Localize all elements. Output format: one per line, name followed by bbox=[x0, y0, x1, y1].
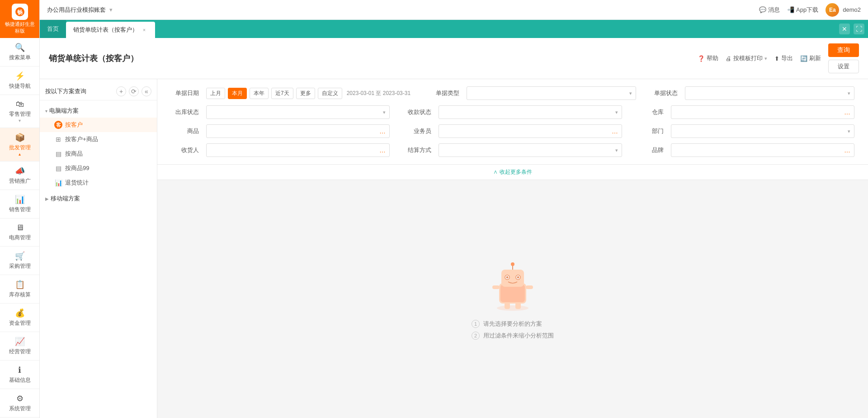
collapse-panel-btn[interactable]: « bbox=[142, 86, 151, 96]
salesperson-label: 业务员 bbox=[399, 127, 435, 135]
content-body: 按以下方案查询 + ⟳ « ▾ 电脑端方案 客 按客户 ⊞ bbox=[40, 79, 868, 418]
refresh-scheme-btn[interactable]: ⟳ bbox=[129, 86, 139, 96]
industry-dropdown-arrow[interactable]: ▾ bbox=[109, 6, 113, 13]
last-7-days-btn[interactable]: 近7天 bbox=[271, 88, 293, 99]
user-profile-btn[interactable]: Ea demo2 bbox=[826, 3, 861, 17]
brand-input[interactable]: … bbox=[671, 143, 854, 157]
tip-num-2: 2 bbox=[472, 332, 480, 340]
doc-type-select[interactable]: ▾ bbox=[467, 86, 636, 100]
by-goods-99-icon: ▤ bbox=[54, 164, 62, 172]
main-area: 办公用品行业模拟账套 ▾ 💬 消息 📲 App下载 Ea demo2 首页 销货… bbox=[40, 0, 868, 418]
receiver-input[interactable]: … bbox=[206, 143, 390, 157]
dept-arrow: ▾ bbox=[848, 128, 850, 134]
custom-btn[interactable]: 自定义 bbox=[318, 88, 342, 99]
tab-home[interactable]: 首页 bbox=[40, 20, 66, 38]
dept-label: 部门 bbox=[631, 127, 667, 135]
export-icon: ⬆ bbox=[774, 55, 779, 62]
desktop-group-header[interactable]: ▾ 电脑端方案 bbox=[40, 104, 157, 118]
tab-close-all-btn[interactable]: ✕ bbox=[839, 24, 850, 34]
dept-select[interactable]: ▾ bbox=[671, 124, 854, 138]
svg-rect-4 bbox=[500, 285, 525, 302]
by-customer-icon: 客 bbox=[54, 121, 62, 129]
logo-text: 畅捷通好生意 标版 bbox=[5, 21, 35, 34]
sidebar-item-sales-mgmt[interactable]: 📊 销售管理 bbox=[0, 190, 40, 218]
receiver-dots[interactable]: … bbox=[379, 147, 386, 154]
doc-status-select[interactable]: ▾ bbox=[685, 86, 854, 100]
filter-row-3: 商品 … 业务员 … 部门 bbox=[166, 124, 859, 138]
svg-point-2 bbox=[497, 305, 528, 311]
sidebar-item-wholesale-mgmt[interactable]: 📦 批发管理 ▴ bbox=[0, 128, 40, 162]
scheme-item-return-stats[interactable]: 📊 退货统计 bbox=[40, 176, 157, 190]
scheme-item-by-customer-goods[interactable]: ⊞ 按客户+商品 bbox=[40, 132, 157, 147]
print-icon: 🖨 bbox=[726, 55, 731, 62]
query-button[interactable]: 查询 bbox=[828, 43, 859, 57]
goods-input[interactable]: … bbox=[206, 124, 390, 138]
sidebar-item-basic-info[interactable]: ℹ 基础信息 bbox=[0, 361, 40, 389]
filter-col-salesperson: 业务员 … bbox=[394, 124, 627, 138]
payment-status-arrow: ▾ bbox=[615, 109, 618, 115]
salesperson-dots[interactable]: … bbox=[612, 128, 618, 135]
date-filter-control: 上月 本月 本年 近7天 更多 自定义 2023-03-01 至 2023-03… bbox=[206, 88, 418, 99]
desktop-scheme-group: ▾ 电脑端方案 客 按客户 ⊞ 按客户+商品 ▤ 按商品 bbox=[40, 102, 157, 192]
message-icon: 💬 bbox=[759, 6, 766, 13]
svg-rect-5 bbox=[501, 270, 524, 287]
tab-fullscreen-btn[interactable]: ⛶ bbox=[854, 24, 864, 34]
page-header-actions: ❓ 帮助 🖨 按模板打印 ▾ ⬆ 导出 🔄 刷新 查询 bbox=[698, 43, 859, 79]
settings-button[interactable]: 设置 bbox=[828, 60, 859, 73]
current-month-btn[interactable]: 本月 bbox=[228, 88, 247, 99]
more-btn[interactable]: 更多 bbox=[296, 88, 315, 99]
refresh-icon: 🔄 bbox=[800, 55, 807, 62]
scheme-item-by-customer[interactable]: 客 按客户 bbox=[40, 118, 157, 132]
quick-nav-icon: ⚡ bbox=[15, 71, 25, 81]
return-stats-icon: 📊 bbox=[54, 179, 62, 187]
sidebar-item-inventory[interactable]: 📋 库存核算 bbox=[0, 275, 40, 304]
retail-expand-arrow: ▾ bbox=[19, 118, 21, 123]
message-btn[interactable]: 💬 消息 bbox=[759, 6, 780, 14]
out-status-select[interactable]: ▾ bbox=[206, 105, 390, 119]
sidebar-item-finance-mgmt[interactable]: 💰 资金管理 bbox=[0, 304, 40, 332]
sidebar-item-ecom-mgmt[interactable]: 🖥 电商管理 bbox=[0, 218, 40, 247]
refresh-btn[interactable]: 🔄 刷新 bbox=[800, 54, 821, 62]
collapse-bar[interactable]: ∧ 收起更多条件 bbox=[157, 165, 868, 180]
sidebar-item-retail-mgmt[interactable]: 🛍 零售管理 ▾ bbox=[0, 95, 40, 128]
print-btn[interactable]: 🖨 按模板打印 ▾ bbox=[726, 54, 767, 62]
help-icon: ❓ bbox=[698, 55, 705, 62]
sidebar-item-marketing[interactable]: 📣 营销推广 bbox=[0, 162, 40, 190]
goods-dots[interactable]: … bbox=[379, 128, 386, 135]
app-download-btn[interactable]: 📲 App下载 bbox=[787, 6, 818, 14]
mobile-group-header[interactable]: ▶ 移动端方案 bbox=[40, 192, 157, 205]
add-scheme-btn[interactable]: + bbox=[116, 86, 126, 96]
by-customer-goods-icon: ⊞ bbox=[54, 135, 62, 143]
sidebar-item-search-menu[interactable]: 🔍 搜索菜单 bbox=[0, 38, 40, 66]
warehouse-dots[interactable]: … bbox=[844, 109, 850, 116]
sidebar-item-sys-mgmt[interactable]: ⚙ 系统管理 bbox=[0, 389, 40, 418]
sales-stats-tab-label: 销货单统计表（按客户） bbox=[73, 26, 138, 34]
doc-type-label: 单据类型 bbox=[427, 89, 463, 97]
filter-row-4: 收货人 … 结算方式 ▾ bbox=[166, 143, 859, 157]
sidebar-item-ops-mgmt[interactable]: 📈 经营管理 bbox=[0, 332, 40, 361]
scheme-item-by-goods-99[interactable]: ▤ 按商品99 bbox=[40, 161, 157, 176]
payment-status-select[interactable]: ▾ bbox=[439, 105, 622, 119]
filter-col-date: 单据日期 上月 本月 本年 近7天 更多 自定义 2023-03-01 至 20… bbox=[166, 88, 422, 99]
search-menu-icon: 🔍 bbox=[15, 43, 25, 52]
sidebar-item-purchase-mgmt[interactable]: 🛒 采购管理 bbox=[0, 247, 40, 275]
sidebar-item-quick-nav[interactable]: ⚡ 快捷导航 bbox=[0, 66, 40, 95]
sidebar-logo[interactable]: 畅 畅捷通好生意 标版 bbox=[0, 0, 40, 38]
filter-col-warehouse: 仓库 … bbox=[627, 105, 859, 119]
last-month-btn[interactable]: 上月 bbox=[206, 88, 225, 99]
settlement-select[interactable]: ▾ bbox=[439, 143, 622, 157]
filter-area: 单据日期 上月 本月 本年 近7天 更多 自定义 2023-03-01 至 20… bbox=[157, 79, 868, 165]
tab-close-icon[interactable]: × bbox=[141, 26, 148, 33]
export-btn[interactable]: ⬆ 导出 bbox=[774, 54, 793, 62]
current-year-btn[interactable]: 本年 bbox=[250, 88, 269, 99]
svg-rect-15 bbox=[515, 303, 521, 309]
print-dropdown-arrow[interactable]: ▾ bbox=[764, 56, 767, 62]
brand-dots[interactable]: … bbox=[844, 147, 850, 154]
salesperson-input[interactable]: … bbox=[439, 124, 622, 138]
tabbar-controls: ✕ ⛶ bbox=[839, 24, 868, 34]
tab-sales-stats[interactable]: 销货单统计表（按客户） × bbox=[66, 22, 155, 38]
doc-status-label: 单据状态 bbox=[645, 89, 681, 97]
scheme-item-by-goods[interactable]: ▤ 按商品 bbox=[40, 147, 157, 161]
warehouse-input[interactable]: … bbox=[671, 105, 854, 119]
help-btn[interactable]: ❓ 帮助 bbox=[698, 54, 718, 62]
